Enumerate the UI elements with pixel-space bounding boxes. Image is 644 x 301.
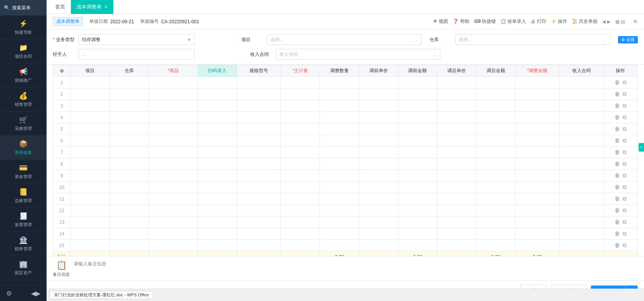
cell-warehouse-15[interactable]	[110, 240, 149, 251]
cell-amount-before-1[interactable]	[398, 77, 437, 88]
cell-price-before-13[interactable]	[359, 216, 398, 228]
cell-goods-7[interactable]	[149, 147, 197, 158]
cell-qty-2[interactable]	[320, 88, 359, 100]
cell-spec-5[interactable]	[237, 123, 280, 135]
copy-icon-1[interactable]: ⧉	[623, 79, 627, 85]
cell-project-11[interactable]	[71, 193, 110, 205]
cell-amount-after-14[interactable]	[476, 228, 516, 240]
cell-scan-9[interactable]	[197, 170, 237, 182]
cell-unit-8[interactable]	[281, 158, 320, 170]
cell-adj-amount-5[interactable]	[515, 123, 559, 135]
cell-spec-4[interactable]	[237, 112, 280, 123]
copy-icon-2[interactable]: ⧉	[623, 91, 627, 97]
cell-price-before-4[interactable]	[359, 112, 398, 123]
cell-amount-before-8[interactable]	[398, 158, 437, 170]
cell-spec-13[interactable]	[237, 216, 280, 228]
cell-amount-after-13[interactable]	[476, 216, 516, 228]
cell-amount-before-11[interactable]	[398, 193, 437, 205]
cell-scan-13[interactable]	[197, 216, 237, 228]
income-contract-input[interactable]: 收入合同 ...	[276, 49, 440, 60]
cell-amount-before-7[interactable]	[398, 147, 437, 158]
col-project[interactable]: 项目	[71, 65, 110, 77]
cell-qty-15[interactable]	[320, 240, 359, 251]
copy-icon-11[interactable]: ⧉	[623, 195, 627, 202]
cell-amount-after-2[interactable]	[476, 88, 516, 100]
sidebar-search[interactable]: 🔍 搜索菜单	[0, 0, 47, 16]
cell-adj-amount-15[interactable]	[515, 240, 559, 251]
delete-icon-7[interactable]: 🗑	[615, 149, 620, 155]
cell-income-13[interactable]	[559, 216, 603, 228]
cell-qty-8[interactable]	[320, 158, 359, 170]
col-amount-after[interactable]: 调后金额	[476, 65, 516, 77]
cell-scan-14[interactable]	[197, 228, 237, 240]
cell-price-before-11[interactable]	[359, 193, 398, 205]
cell-adj-amount-6[interactable]	[515, 135, 559, 147]
sidebar-item-sales[interactable]: 💰 销售管理	[0, 88, 47, 112]
cell-adj-amount-3[interactable]	[515, 100, 559, 112]
cell-spec-15[interactable]	[237, 240, 280, 251]
cell-amount-after-7[interactable]	[476, 147, 516, 158]
sidebar-item-inventory[interactable]: 📦 库存核算	[0, 136, 47, 160]
delete-icon-4[interactable]: 🗑	[615, 114, 620, 120]
cell-spec-2[interactable]	[237, 88, 280, 100]
cell-warehouse-9[interactable]	[110, 170, 149, 182]
settings-button[interactable]: ⚙ 设置	[618, 36, 638, 43]
cell-spec-11[interactable]	[237, 193, 280, 205]
delete-icon-6[interactable]: 🗑	[615, 137, 620, 144]
cell-price-after-2[interactable]	[437, 88, 476, 100]
cell-price-after-7[interactable]	[437, 147, 476, 158]
cell-unit-7[interactable]	[281, 147, 320, 158]
cell-warehouse-11[interactable]	[110, 193, 149, 205]
col-unit[interactable]: *主计量	[281, 65, 320, 77]
cell-income-15[interactable]	[559, 240, 603, 251]
cell-income-4[interactable]	[559, 112, 603, 123]
cell-amount-after-4[interactable]	[476, 112, 516, 123]
cell-income-8[interactable]	[559, 158, 603, 170]
copy-icon-4[interactable]: ⧉	[623, 114, 627, 120]
copy-icon-5[interactable]: ⧉	[623, 126, 627, 132]
copy-icon-10[interactable]: ⧉	[623, 184, 627, 190]
history-link[interactable]: 📜 历史单据	[572, 18, 597, 25]
sidebar-item-asset[interactable]: 🏢 固定资产	[0, 256, 47, 280]
cell-qty-10[interactable]	[320, 182, 359, 193]
help-link[interactable]: ❓ 帮助	[453, 18, 469, 25]
cell-goods-2[interactable]	[149, 88, 197, 100]
copy-icon-15[interactable]: ⧉	[623, 242, 627, 248]
cell-price-after-15[interactable]	[437, 240, 476, 251]
sidebar-item-invoice[interactable]: 🧾 发票管理	[0, 208, 47, 232]
delete-icon-15[interactable]: 🗑	[615, 242, 620, 248]
delete-icon-1[interactable]: 🗑	[615, 79, 620, 85]
cell-warehouse-14[interactable]	[110, 228, 149, 240]
settings-icon[interactable]: ⚙	[6, 290, 12, 297]
cell-goods-8[interactable]	[149, 158, 197, 170]
col-price-after[interactable]: 调后单价	[437, 65, 476, 77]
cell-price-after-12[interactable]	[437, 205, 476, 216]
remarks-icon-btn[interactable]: 📋 备注信息	[53, 259, 70, 277]
cell-scan-1[interactable]	[197, 77, 237, 88]
cell-spec-1[interactable]	[237, 77, 280, 88]
cell-scan-15[interactable]	[197, 240, 237, 251]
cell-amount-after-12[interactable]	[476, 205, 516, 216]
copy-icon-3[interactable]: ⧉	[623, 102, 627, 109]
sidebar-item-project-contract[interactable]: 📁 项目合同	[0, 40, 47, 64]
cell-warehouse-5[interactable]	[110, 123, 149, 135]
cell-goods-14[interactable]	[149, 228, 197, 240]
cell-price-after-4[interactable]	[437, 112, 476, 123]
copy-icon-9[interactable]: ⧉	[623, 172, 627, 178]
delete-icon-9[interactable]: 🗑	[615, 172, 620, 178]
cell-income-3[interactable]	[559, 100, 603, 112]
doc-close-button[interactable]: ✕	[633, 18, 638, 25]
copy-icon-14[interactable]: ⧉	[623, 230, 627, 237]
cell-unit-12[interactable]	[281, 205, 320, 216]
cell-goods-1[interactable]	[149, 77, 197, 88]
right-collapse-tab[interactable]: <	[639, 143, 644, 151]
delete-icon-12[interactable]: 🗑	[615, 207, 620, 213]
col-scan[interactable]: 扫码录入	[197, 65, 237, 77]
cell-qty-12[interactable]	[320, 205, 359, 216]
cell-project-3[interactable]	[71, 100, 110, 112]
cell-spec-14[interactable]	[237, 228, 280, 240]
cell-unit-2[interactable]	[281, 88, 320, 100]
cell-spec-6[interactable]	[237, 135, 280, 147]
cell-scan-5[interactable]	[197, 123, 237, 135]
cell-income-5[interactable]	[559, 123, 603, 135]
